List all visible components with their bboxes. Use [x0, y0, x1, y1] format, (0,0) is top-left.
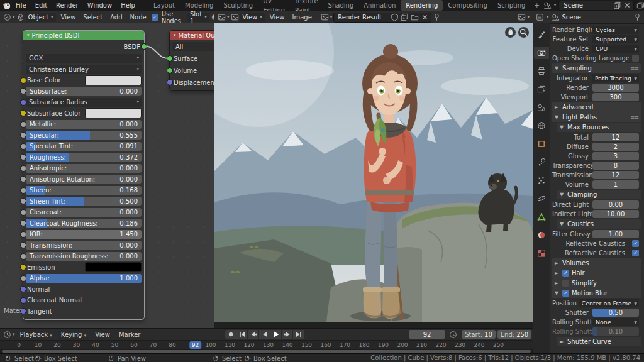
principled-row-ggx[interactable]: GGX▾: [26, 54, 142, 63]
preset-menu-icon[interactable]: ≡≡: [630, 65, 638, 72]
principled-bsdf-node[interactable]: ▾ Principled BSDF BSDF GGX▾Christensen-B…: [23, 30, 145, 320]
menu-edit[interactable]: Edit: [31, 0, 52, 11]
prop-open-shading-language-checkbox[interactable]: [632, 55, 639, 62]
prop-refractive-caustics-checkbox[interactable]: ✓: [632, 250, 639, 256]
pin-icon[interactable]: [633, 13, 641, 21]
scene-icon[interactable]: [543, 1, 552, 9]
prop-clamping-section[interactable]: ▼Clamping: [557, 190, 641, 199]
shader-menu-add[interactable]: Add: [106, 11, 126, 23]
color-swatch[interactable]: [85, 75, 142, 85]
current-frame-field[interactable]: 92: [409, 330, 445, 339]
menu-render[interactable]: Render: [52, 0, 83, 11]
shader-menu-select[interactable]: Select: [79, 11, 106, 23]
image-browse-chevron[interactable]: ▾: [330, 15, 333, 19]
duplicate-icon[interactable]: [613, 1, 621, 9]
prop-viewport-value[interactable]: 300: [592, 93, 639, 101]
prop-device-dropdown[interactable]: CPU▾: [592, 45, 639, 53]
prop-rolling-shutter-dropdown[interactable]: None▾: [592, 318, 639, 326]
properties-tab-output[interactable]: [534, 65, 549, 77]
principled-row-transmission-roughness[interactable]: Transmission Roughness:0.000: [26, 252, 142, 261]
prop-glossy-value[interactable]: 3: [592, 152, 639, 160]
prop-light-paths-section[interactable]: ▼Light Paths≡≡: [552, 112, 641, 122]
shader-node-canvas[interactable]: Material ▾ Principled BSDF BSDF GGX▾Chri…: [0, 23, 214, 328]
prop-hair-section[interactable]: ►✓Hair: [552, 268, 641, 278]
prop-reflective-caustics-checkbox[interactable]: ✓: [632, 240, 639, 247]
principled-row-sheen[interactable]: Sheen:0.168: [26, 186, 142, 195]
clock-icon[interactable]: [449, 331, 457, 339]
play-button[interactable]: [270, 330, 281, 339]
input-socket[interactable]: [167, 55, 173, 62]
image-icon[interactable]: [321, 13, 329, 21]
properties-tab-modifiers[interactable]: [534, 156, 549, 168]
properties-tab-object[interactable]: [534, 138, 549, 150]
next-keyframe-button[interactable]: [282, 330, 292, 339]
use-nodes-checkbox[interactable]: ✓: [152, 14, 158, 21]
editor-type-chevron[interactable]: ▾: [13, 332, 15, 337]
image-menu-view[interactable]: View: [266, 11, 289, 23]
pan-view-button[interactable]: [505, 27, 516, 38]
scene-selector-chevron[interactable]: ▾: [554, 3, 557, 8]
display-mode-dropdown[interactable]: View▾: [240, 13, 265, 22]
principled-row-roughness[interactable]: Roughness:0.372: [26, 153, 142, 162]
prop-total-value[interactable]: 12: [592, 133, 639, 141]
workspace-tab-layout[interactable]: Layout: [148, 0, 180, 11]
shader-editor-type-icon[interactable]: [3, 13, 11, 21]
principled-row-anisotropic-rotation[interactable]: Anisotropic Rotation:0.000: [26, 175, 142, 184]
principled-row-base-color[interactable]: Base Color: [26, 76, 142, 85]
properties-editor-type-icon[interactable]: [536, 13, 544, 21]
playback-menu[interactable]: Playback ▾: [16, 329, 56, 341]
prev-keyframe-button[interactable]: [248, 330, 258, 339]
prop-caustics-section[interactable]: ▼Caustics: [557, 219, 641, 229]
prop-max-bounces-section[interactable]: ▼Max Bounces: [557, 123, 641, 132]
view-layer-icon[interactable]: [636, 1, 644, 9]
properties-tab-particles[interactable]: [534, 174, 549, 187]
workspace-tab-scripting[interactable]: Scripting: [492, 0, 530, 11]
prop-diffuse-value[interactable]: 2: [592, 143, 639, 151]
principled-row-specular-tint[interactable]: Specular Tint:0.091: [26, 142, 142, 151]
prop-render-engine-dropdown[interactable]: Cycles▾: [592, 26, 639, 34]
color-swatch[interactable]: [85, 262, 142, 272]
scene-selector[interactable]: Scene: [558, 1, 634, 11]
prop-transmission-value[interactable]: 12: [592, 171, 639, 179]
zoom-view-button[interactable]: [518, 27, 529, 38]
output-input-surface[interactable]: Surface: [172, 54, 214, 63]
menu-file[interactable]: File: [11, 0, 31, 11]
principled-row-alpha[interactable]: Alpha:1.000: [26, 274, 142, 283]
workspace-tab-compositing[interactable]: Compositing: [443, 0, 492, 11]
preset-menu-icon[interactable]: ≡≡: [630, 114, 638, 121]
shader-mode-dropdown[interactable]: Object▾: [26, 13, 56, 22]
prop-direct-light-value[interactable]: 0.00: [592, 200, 639, 209]
prop-simplify-section[interactable]: ►Simplify: [552, 278, 641, 288]
input-socket[interactable]: [20, 297, 26, 304]
jump-first-button[interactable]: [236, 330, 247, 339]
input-socket[interactable]: [167, 67, 173, 74]
properties-tab-object-data[interactable]: [534, 211, 549, 223]
prop-filter-glossy-value[interactable]: 1.00: [592, 230, 639, 238]
output-target-row[interactable]: All: [172, 42, 214, 51]
editor-type-chevron[interactable]: ▾: [227, 15, 230, 19]
workspace-tab-animation[interactable]: Animation: [358, 0, 401, 11]
marker-menu[interactable]: Marker: [115, 329, 145, 341]
play-reverse-button[interactable]: [259, 330, 270, 339]
prop-simplify-checkbox[interactable]: [562, 280, 569, 287]
principled-row-clearcoat-roughness[interactable]: Clearcoat Roughness:0.186: [26, 219, 142, 228]
close-icon[interactable]: [421, 13, 429, 21]
principled-row-ior[interactable]: IOR:1.450: [26, 230, 142, 239]
menu-help[interactable]: Help: [116, 0, 140, 11]
color-swatch[interactable]: [85, 108, 142, 118]
properties-tab-view-layer[interactable]: [534, 83, 549, 96]
properties-tab-world[interactable]: [534, 119, 549, 132]
principled-node-header[interactable]: ▾ Principled BSDF: [23, 31, 144, 40]
image-editor-type-icon[interactable]: [218, 13, 226, 21]
principled-row-clearcoat[interactable]: Clearcoat:0.000: [26, 208, 142, 217]
principled-row-subsurface[interactable]: Subsurface:0.000: [26, 87, 142, 96]
pin-icon[interactable]: [433, 13, 441, 21]
output-input-displacement[interactable]: Displacement: [172, 78, 214, 87]
prop-shutter-slider[interactable]: 0.50: [592, 309, 639, 317]
editor-type-chevron[interactable]: ▾: [13, 15, 15, 19]
shader-menu-node[interactable]: Node: [126, 11, 150, 23]
properties-tab-material[interactable]: [534, 229, 549, 241]
prop-motion-blur-section[interactable]: ▼✓Motion Blur: [552, 288, 641, 298]
prop-motion-blur-checkbox[interactable]: ✓: [562, 290, 569, 297]
prop-hair-checkbox[interactable]: ✓: [562, 270, 569, 277]
